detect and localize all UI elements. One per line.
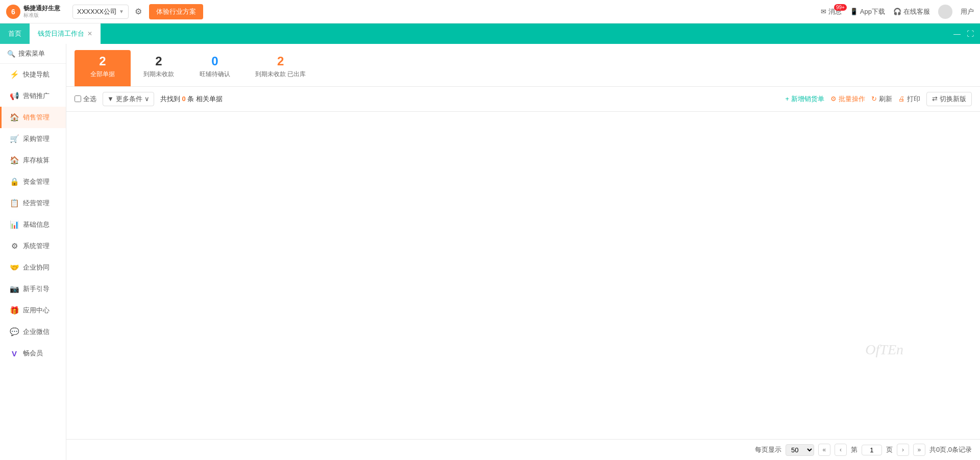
search-menu-label: 搜索菜单 (18, 49, 45, 58)
app-download-btn[interactable]: 📱 App下载 (850, 7, 885, 16)
top-header: 6 畅捷通好生意 标准版 XXXXXX公司 ▼ ⚙ 体验行业方案 ✉ 消息 99… (0, 0, 980, 23)
sidebar-item-cooperation[interactable]: 🤝 企业协同 (0, 257, 66, 278)
message-btn[interactable]: ✉ 消息 99+ (821, 7, 842, 16)
toolbar: 全选 ▼ 更多条件 ∨ 共找到 0 条 相关单据 + 新增销货单 (66, 87, 980, 112)
sidebar-item-label: 库存核算 (23, 156, 50, 165)
switch-icon: ⇄ (932, 95, 938, 103)
avatar[interactable] (938, 5, 952, 19)
phone-icon: 📱 (850, 8, 858, 15)
select-all-checkbox[interactable]: 全选 (75, 94, 96, 104)
select-all-input[interactable] (75, 95, 81, 102)
stat-tab-overdue-unshipped[interactable]: 2 到期未收款 已出库 (243, 50, 318, 86)
sidebar-item-inventory[interactable]: 🏠 库存核算 (0, 150, 66, 171)
logo-title: 畅捷通好生意 (23, 5, 60, 12)
logo-sub: 标准版 (23, 12, 60, 18)
main-layout: 🔍 搜索菜单 ⚡ 快捷导航 📢 营销推广 🏠 销售管理 🛒 采购管理 🏠 库存核… (0, 44, 980, 460)
sidebar-item-vip[interactable]: V 畅会员 (0, 343, 66, 364)
prev-page-btn[interactable]: ‹ (835, 444, 847, 456)
batch-btn[interactable]: ⚙ 批量操作 (830, 94, 865, 104)
new-sales-label: 新增销货单 (791, 94, 824, 104)
header-right: ✉ 消息 99+ 📱 App下载 🎧 在线客服 用户 (821, 5, 974, 19)
filter-btn[interactable]: ▼ 更多条件 ∨ (103, 92, 154, 106)
sidebar-item-basic-info[interactable]: 📊 基础信息 (0, 214, 66, 235)
stat-num-pending-confirm: 0 (211, 54, 218, 69)
stat-tab-overdue-unpaid[interactable]: 2 到期未收款 (131, 50, 187, 86)
stat-tab-pending-confirm[interactable]: 0 旺辅待确认 (187, 50, 243, 86)
page-suffix-label: 页 (886, 445, 893, 454)
stat-num-all: 2 (99, 54, 106, 69)
filter-icon: ▼ (107, 95, 114, 103)
sidebar-item-label: 销售管理 (23, 113, 50, 122)
per-page-select[interactable]: 50 10 20 100 (786, 444, 814, 456)
new-sales-btn[interactable]: + 新增销货单 (785, 94, 824, 104)
company-selector[interactable]: XXXXXX公司 ▼ (72, 5, 129, 19)
batch-label: 批量操作 (839, 94, 865, 104)
sales-icon: 🏠 (10, 113, 19, 122)
stat-num-overdue-unshipped: 2 (277, 54, 284, 69)
quick-nav-icon: ⚡ (10, 70, 19, 79)
tab-work-label: 钱货日清工作台 (38, 29, 84, 38)
sidebar-item-system[interactable]: ⚙ 系统管理 (0, 235, 66, 257)
found-text: 共找到 0 条 相关单据 (160, 94, 223, 104)
logo-text: 畅捷通好生意 标准版 (23, 5, 60, 18)
pagination-bar: 每页显示 50 10 20 100 « ‹ 第 页 › » 共0页,0条记录 (66, 439, 980, 460)
refresh-label: 刷新 (879, 94, 892, 104)
stat-tab-all[interactable]: 2 全部单据 (75, 50, 131, 86)
minimize-icon[interactable]: — (953, 30, 961, 38)
last-page-btn[interactable]: » (913, 444, 925, 456)
vip-icon: V (10, 349, 19, 358)
tab-home[interactable]: 首页 (0, 23, 30, 44)
tab-right-actions: — ⛶ (947, 23, 980, 44)
sidebar-item-operations[interactable]: 📋 经营管理 (0, 192, 66, 214)
user-name: 用户 (961, 7, 974, 16)
stats-tabs: 2 全部单据 2 到期未收款 0 旺辅待确认 2 到期未收款 已出库 (66, 44, 980, 87)
page-input[interactable] (862, 445, 882, 455)
stat-label-overdue-unshipped: 到期未收款 已出库 (255, 70, 306, 79)
sidebar-item-purchase[interactable]: 🛒 采购管理 (0, 128, 66, 150)
per-page-label: 每页显示 (755, 445, 781, 454)
found-count: 0 (182, 95, 186, 103)
sidebar-item-label: 营销推广 (23, 91, 50, 101)
online-service-btn[interactable]: 🎧 在线客服 (893, 7, 930, 16)
online-service-label: 在线客服 (903, 7, 930, 16)
app-center-icon: 🎁 (10, 306, 19, 315)
sidebar-item-sales[interactable]: 🏠 销售管理 (0, 107, 66, 128)
app-download-label: App下载 (860, 7, 885, 16)
experience-btn[interactable]: 体验行业方案 (149, 4, 203, 19)
sidebar: 🔍 搜索菜单 ⚡ 快捷导航 📢 营销推广 🏠 销售管理 🛒 采购管理 🏠 库存核… (0, 44, 66, 460)
stat-label-all: 全部单据 (90, 70, 115, 79)
sidebar-item-label: 资金管理 (23, 177, 50, 186)
message-icon: ✉ (821, 8, 826, 15)
close-icon[interactable]: ✕ (87, 30, 92, 37)
sidebar-item-label: 应用中心 (23, 306, 50, 315)
operations-icon: 📋 (10, 199, 19, 208)
page-prefix-label: 第 (851, 445, 857, 454)
logo-icon: 6 (6, 5, 20, 19)
stat-label-pending-confirm: 旺辅待确认 (200, 70, 230, 79)
sidebar-item-finance[interactable]: 🔒 资金管理 (0, 171, 66, 192)
print-icon: 🖨 (898, 95, 905, 103)
maximize-icon[interactable]: ⛶ (967, 30, 974, 38)
sidebar-item-marketing[interactable]: 📢 营销推广 (0, 85, 66, 107)
refresh-icon: ↻ (871, 95, 877, 103)
first-page-btn[interactable]: « (818, 444, 830, 456)
sidebar-item-quick-nav[interactable]: ⚡ 快捷导航 (0, 64, 66, 85)
sidebar-item-guide[interactable]: 📷 新手引导 (0, 278, 66, 300)
sidebar-item-app-center[interactable]: 🎁 应用中心 (0, 300, 66, 321)
switch-version-btn[interactable]: ⇄ 切换新版 (926, 92, 972, 106)
refresh-btn[interactable]: ↻ 刷新 (871, 94, 892, 104)
marketing-icon: 📢 (10, 91, 19, 101)
basic-info-icon: 📊 (10, 220, 19, 229)
sidebar-item-wechat[interactable]: 💬 企业微信 (0, 321, 66, 343)
settings-icon[interactable]: ⚙ (133, 5, 144, 18)
print-btn[interactable]: 🖨 打印 (898, 94, 920, 104)
search-menu[interactable]: 🔍 搜索菜单 (0, 44, 66, 64)
sidebar-item-label: 系统管理 (23, 241, 50, 251)
toolbar-right: + 新增销货单 ⚙ 批量操作 ↻ 刷新 🖨 打印 ⇄ 切换新版 (785, 92, 972, 106)
tab-work[interactable]: 钱货日清工作台 ✕ (30, 23, 101, 44)
batch-icon: ⚙ (830, 95, 837, 103)
switch-label: 切换新版 (940, 94, 966, 104)
sidebar-item-label: 企业协同 (23, 263, 50, 272)
next-page-btn[interactable]: › (897, 444, 909, 456)
cooperation-icon: 🤝 (10, 263, 19, 272)
